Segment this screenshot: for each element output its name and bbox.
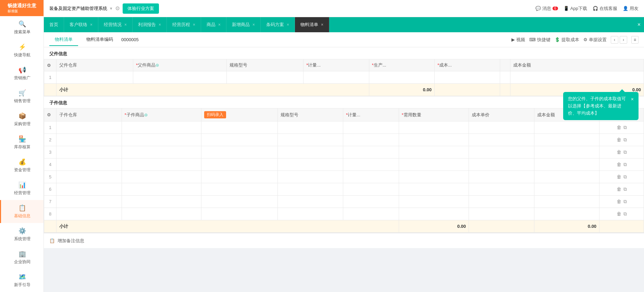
parent-row-1-cost[interactable] bbox=[434, 71, 500, 84]
tab-customer[interactable]: 客户联络× bbox=[64, 17, 98, 32]
child-row-3-unit-cost[interactable] bbox=[469, 146, 534, 159]
child-row-1-unit-cost[interactable] bbox=[469, 121, 534, 134]
nav-next-btn[interactable]: › bbox=[620, 36, 627, 44]
child-row-4-goods[interactable] bbox=[122, 159, 201, 171]
tab-profit[interactable]: 利润报告× bbox=[133, 17, 167, 32]
child-row-2-goods[interactable] bbox=[122, 134, 201, 146]
parent-col-settings[interactable]: ⚙ bbox=[44, 59, 57, 71]
delete-icon[interactable]: 🗑 bbox=[617, 125, 621, 130]
sidebar-item-search[interactable]: 🔍 搜索菜单 bbox=[0, 16, 44, 39]
child-row-7-warehouse[interactable] bbox=[57, 196, 122, 208]
child-row-8-qty[interactable] bbox=[399, 208, 469, 220]
tab-operation-status-close[interactable]: × bbox=[124, 22, 127, 27]
sidebar-item-quick-nav[interactable]: ⚡ 快捷导航 bbox=[0, 39, 44, 62]
child-row-1-goods[interactable] bbox=[122, 121, 201, 134]
child-row-1-spec[interactable] bbox=[278, 121, 343, 134]
extract-cost-btn[interactable]: 💲 提取成本 bbox=[555, 37, 579, 43]
delete-icon[interactable]: 🗑 bbox=[617, 211, 621, 217]
copy-icon[interactable]: ⧉ bbox=[623, 174, 627, 180]
child-row-2-unit[interactable] bbox=[343, 134, 399, 146]
sidebar-item-guide[interactable]: 🗺️ 新手引导 bbox=[0, 269, 44, 292]
child-row-4-spec[interactable] bbox=[278, 159, 343, 171]
copy-icon[interactable]: ⧉ bbox=[623, 199, 627, 205]
grid-view-btn[interactable]: ≡ bbox=[631, 36, 639, 44]
toolbar-tab-bom[interactable]: 物料清单 bbox=[49, 34, 78, 46]
delete-icon[interactable]: 🗑 bbox=[617, 162, 621, 167]
child-row-8-warehouse[interactable] bbox=[57, 208, 122, 220]
copy-icon[interactable]: ⧉ bbox=[623, 211, 627, 217]
tab-customer-close[interactable]: × bbox=[90, 22, 92, 27]
sidebar-item-finance[interactable]: 💰 资金管理 bbox=[0, 154, 44, 177]
tab-new-goods-close[interactable]: × bbox=[252, 22, 255, 27]
child-row-7-unit-cost[interactable] bbox=[469, 196, 534, 208]
child-row-1-warehouse[interactable] bbox=[57, 121, 122, 134]
child-row-5-spec[interactable] bbox=[278, 171, 343, 183]
parent-row-1-unit[interactable] bbox=[304, 71, 369, 84]
delete-icon[interactable]: 🗑 bbox=[617, 186, 621, 192]
tab-goods[interactable]: 商品× bbox=[201, 17, 226, 32]
child-row-1-unit[interactable] bbox=[343, 121, 399, 134]
parent-row-1-warehouse[interactable] bbox=[57, 71, 133, 84]
child-row-7-goods[interactable] bbox=[122, 196, 201, 208]
child-row-7-spec[interactable] bbox=[278, 196, 343, 208]
tab-bom[interactable]: 物料清单× bbox=[295, 17, 329, 32]
sidebar-item-sales[interactable]: 🛒 销售管理 bbox=[0, 85, 44, 108]
sidebar-item-enterprise[interactable]: 🏢 企业协同 bbox=[0, 246, 44, 269]
child-row-3-spec[interactable] bbox=[278, 146, 343, 159]
child-row-4-warehouse[interactable] bbox=[57, 159, 122, 171]
child-row-5-goods[interactable] bbox=[122, 171, 201, 183]
copy-icon[interactable]: ⧉ bbox=[623, 125, 627, 130]
child-row-2-spec[interactable] bbox=[278, 134, 343, 146]
experience-btn[interactable]: 体验行业方案 bbox=[123, 3, 159, 14]
note-text[interactable]: 增加备注信息 bbox=[58, 238, 84, 244]
tab-new-goods[interactable]: 新增商品× bbox=[226, 17, 261, 32]
child-row-5-qty[interactable] bbox=[399, 171, 469, 183]
sidebar-item-inventory[interactable]: 🏪 库存核算 bbox=[0, 131, 44, 154]
parent-row-1-produce[interactable] bbox=[369, 71, 434, 84]
shortcut-btn[interactable]: ⌨ 快捷键 bbox=[529, 37, 550, 43]
sidebar-item-basic-info[interactable]: 📋 基础信息 bbox=[0, 200, 44, 223]
copy-icon[interactable]: ⧉ bbox=[623, 186, 627, 192]
child-row-6-warehouse[interactable] bbox=[57, 183, 122, 196]
delete-icon[interactable]: 🗑 bbox=[617, 174, 621, 180]
copy-icon[interactable]: ⧉ bbox=[623, 162, 627, 167]
child-row-5-warehouse[interactable] bbox=[57, 171, 122, 183]
child-row-3-qty[interactable] bbox=[399, 146, 469, 159]
nav-prev-btn[interactable]: ‹ bbox=[611, 36, 618, 44]
parent-row-1-spec[interactable] bbox=[227, 71, 304, 84]
child-row-6-qty[interactable] bbox=[399, 183, 469, 196]
app-download-btn[interactable]: 📱 App下载 bbox=[564, 5, 587, 12]
child-row-4-unit[interactable] bbox=[343, 159, 399, 171]
sidebar-item-marketing[interactable]: 📢 营销推广 bbox=[0, 62, 44, 85]
scan-btn[interactable]: 扫码录入 bbox=[204, 111, 226, 118]
tab-profit-close[interactable]: × bbox=[159, 22, 161, 27]
child-row-3-warehouse[interactable] bbox=[57, 146, 122, 159]
child-row-6-goods[interactable] bbox=[122, 183, 201, 196]
view-video-btn[interactable]: ▶ 视频 bbox=[511, 37, 525, 43]
child-row-6-spec[interactable] bbox=[278, 183, 343, 196]
tab-barcode[interactable]: 条码方案× bbox=[261, 17, 295, 32]
child-row-3-goods[interactable] bbox=[122, 146, 201, 159]
delete-icon[interactable]: 🗑 bbox=[617, 137, 621, 143]
copy-icon[interactable]: ⧉ bbox=[623, 149, 627, 155]
child-row-2-qty[interactable] bbox=[399, 134, 469, 146]
child-row-8-unit[interactable] bbox=[343, 208, 399, 220]
tooltip-close-btn[interactable]: × bbox=[631, 95, 634, 103]
child-row-5-unit-cost[interactable] bbox=[469, 171, 534, 183]
child-row-2-unit-cost[interactable] bbox=[469, 134, 534, 146]
child-row-4-unit-cost[interactable] bbox=[469, 159, 534, 171]
gear-icon[interactable]: ⚙ bbox=[115, 5, 120, 12]
message-btn[interactable]: 💬 消息 6 bbox=[535, 5, 558, 12]
tab-goods-close[interactable]: × bbox=[218, 22, 221, 27]
child-row-8-spec[interactable] bbox=[278, 208, 343, 220]
child-row-1-qty[interactable] bbox=[399, 121, 469, 134]
nav-global-close[interactable]: × bbox=[634, 17, 644, 32]
user-btn[interactable]: 👤 用友 bbox=[623, 5, 639, 12]
child-row-6-unit[interactable] bbox=[343, 183, 399, 196]
delete-icon[interactable]: 🗑 bbox=[617, 149, 621, 155]
tab-history[interactable]: 经营历程× bbox=[167, 17, 201, 32]
tab-barcode-close[interactable]: × bbox=[287, 22, 289, 27]
dropdown-arrow-icon[interactable]: ▾ bbox=[110, 6, 112, 11]
tab-operation-status[interactable]: 经营情况× bbox=[98, 17, 133, 32]
sidebar-item-operation[interactable]: 📊 经营管理 bbox=[0, 177, 44, 200]
